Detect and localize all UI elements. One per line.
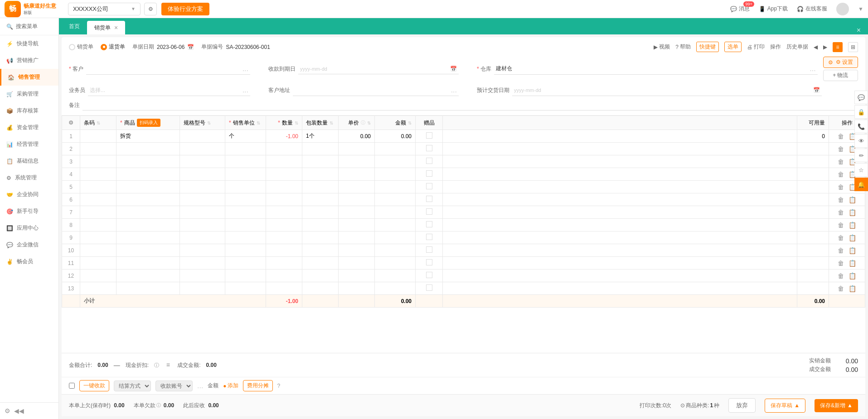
float-eye-btn[interactable]: 👁 [854, 134, 868, 148]
copy-icon[interactable]: 📋 [849, 234, 856, 241]
copy-icon[interactable]: 📋 [849, 222, 856, 229]
sidebar-collapse-icon[interactable]: ◀◀ [14, 407, 24, 414]
row-product[interactable] [116, 168, 180, 181]
row-spec[interactable] [180, 130, 225, 143]
sidebar-item-guide[interactable]: 🎯 新手引导 [0, 203, 58, 220]
delete-icon[interactable]: 🗑 [838, 196, 844, 203]
row-amount[interactable] [375, 257, 416, 270]
select-btn[interactable]: 选单 [724, 42, 742, 52]
sort-spec-icon[interactable]: ⇅ [207, 120, 211, 125]
copy-icon[interactable]: 📋 [849, 209, 856, 216]
row-pkg-qty[interactable] [302, 168, 339, 181]
row-unit[interactable] [225, 282, 266, 295]
float-phone-btn[interactable]: 📞 [854, 120, 868, 133]
row-qty[interactable] [266, 270, 302, 282]
row-product[interactable] [116, 244, 180, 257]
company-selector[interactable]: XXXXXX公司 ▼ [68, 3, 141, 15]
due-date-input[interactable]: yyyy-mm-dd 📅 [298, 63, 459, 74]
sort-price-icon[interactable]: ⇅ [367, 120, 371, 125]
row-unit[interactable] [225, 155, 266, 168]
close-all-tabs[interactable]: × [852, 26, 865, 34]
delete-icon[interactable]: 🗑 [838, 183, 844, 191]
abandon-btn[interactable]: 放弃 [728, 398, 756, 413]
row-ops[interactable]: 🗑 📋 [829, 244, 865, 257]
sidebar-item-enterprise[interactable]: 🤝 企业协同 [0, 186, 58, 203]
row-spec[interactable] [180, 257, 225, 270]
settings-button[interactable]: ⚙ ⚙ 设置 [823, 57, 858, 68]
row-gift[interactable] [416, 270, 443, 282]
float-lock-btn[interactable]: 🔒 [854, 105, 868, 119]
print-btn[interactable]: 🖨 打印 [747, 43, 765, 51]
row-amount[interactable] [375, 168, 416, 181]
row-qty[interactable] [266, 257, 302, 270]
row-pkg-qty[interactable]: 1个 [302, 130, 339, 143]
warehouse-dots[interactable]: ... [810, 65, 815, 73]
row-spec[interactable] [180, 244, 225, 257]
row-unit[interactable]: 个 [225, 130, 266, 143]
row-product[interactable] [116, 206, 180, 219]
addr-dots[interactable]: ... [451, 86, 457, 94]
row-product[interactable] [116, 193, 180, 206]
settings-gear-btn[interactable]: ⚙ [144, 3, 157, 15]
row-gift[interactable] [416, 257, 443, 270]
row-unit[interactable] [225, 219, 266, 231]
discount-info-icon[interactable]: ⓘ [154, 362, 159, 369]
row-unit[interactable] [225, 270, 266, 282]
row-gift[interactable] [416, 282, 443, 295]
row-price[interactable]: 0.00 [339, 130, 375, 143]
save-new-btn[interactable]: 保存&新增 ▲ [815, 399, 858, 412]
delete-icon[interactable]: 🗑 [838, 272, 844, 279]
row-pkg-qty[interactable] [302, 193, 339, 206]
customer-addr-input[interactable]: ... [293, 85, 459, 96]
sort-amount-icon[interactable]: ⇅ [408, 120, 412, 125]
float-star-btn[interactable]: ☆ [854, 163, 868, 177]
salesperson-dots[interactable]: ... [242, 86, 248, 94]
account-select[interactable]: 收款账号 [155, 380, 193, 391]
row-gift[interactable] [416, 181, 443, 193]
row-price[interactable] [339, 270, 375, 282]
video-btn[interactable]: ▶ 视频 [654, 43, 670, 51]
row-gift[interactable] [416, 231, 443, 244]
row-price[interactable] [339, 282, 375, 295]
row-pkg-qty[interactable] [302, 282, 339, 295]
row-qty[interactable] [266, 181, 302, 193]
expense-help-icon[interactable]: ? [277, 383, 281, 389]
delete-icon[interactable]: 🗑 [838, 222, 844, 229]
row-gift[interactable] [416, 244, 443, 257]
row-price[interactable] [339, 257, 375, 270]
row-amount[interactable] [375, 219, 416, 231]
row-spec[interactable] [180, 219, 225, 231]
row-barcode[interactable] [80, 193, 116, 206]
delivery-calendar-icon[interactable]: 📅 [813, 87, 820, 93]
row-barcode[interactable] [80, 257, 116, 270]
row-qty[interactable] [266, 143, 302, 155]
calendar-icon[interactable]: 📅 [187, 44, 194, 50]
row-gift[interactable] [416, 168, 443, 181]
col-header-gear[interactable]: ⚙ [62, 116, 80, 130]
delete-icon[interactable]: 🗑 [838, 247, 844, 254]
row-spec[interactable] [180, 231, 225, 244]
copy-icon[interactable]: 📋 [849, 260, 856, 267]
sidebar-item-purchase[interactable]: 🛒 采购管理 [0, 86, 58, 102]
doc-type-sale-radio[interactable]: 销货单 [69, 43, 93, 51]
nav-next-btn[interactable]: ▶ [823, 44, 827, 50]
row-pkg-qty[interactable] [302, 257, 339, 270]
product-type-indicator[interactable]: ⊙ 商品种类: 1 种 [680, 402, 719, 409]
sidebar-item-sales[interactable]: 🏠 销售管理 [0, 69, 58, 86]
search-menu[interactable]: 🔍 搜索菜单 [0, 18, 58, 35]
logistics-button[interactable]: + 物流 [823, 70, 858, 81]
row-spec[interactable] [180, 143, 225, 155]
nav-prev-btn[interactable]: ◀ [814, 44, 818, 50]
row-spec[interactable] [180, 193, 225, 206]
copy-icon[interactable]: 📋 [849, 247, 856, 254]
dots-icon[interactable]: ... [242, 65, 248, 73]
sidebar-item-inventory[interactable]: 📦 库存核算 [0, 102, 58, 119]
row-unit[interactable] [225, 193, 266, 206]
warehouse-input[interactable]: 建材仓 ... [494, 63, 818, 75]
row-qty[interactable] [266, 282, 302, 295]
salesperson-input[interactable]: 选择... ... [88, 85, 250, 96]
row-spec[interactable] [180, 155, 225, 168]
help-btn[interactable]: ? 帮助 [675, 43, 691, 51]
row-ops[interactable]: 🗑 📋 [829, 219, 865, 231]
sidebar-item-quick-nav[interactable]: ⚡ 快捷导航 [0, 35, 58, 52]
